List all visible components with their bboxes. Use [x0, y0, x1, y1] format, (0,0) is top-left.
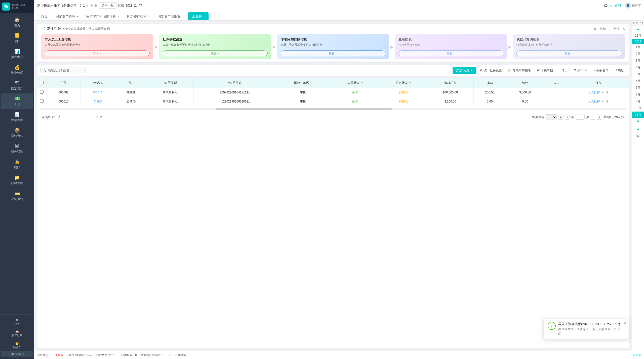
- panel-settings-icon[interactable]: ⚙: [636, 133, 641, 138]
- row1-name-link[interactable]: 徐泽华: [93, 90, 102, 94]
- last-page-button[interactable]: »: [597, 115, 602, 120]
- month-jan[interactable]: 1月: [632, 44, 644, 50]
- sidebar-item-guide[interactable]: 📖 新手引导: [1, 328, 33, 340]
- toast-close-button[interactable]: ×: [624, 321, 626, 325]
- row2-name-link[interactable]: 李俊杰: [93, 99, 102, 103]
- sidebar-item-funds[interactable]: 💰 资金管理: [1, 62, 33, 78]
- step1-button[interactable]: 导入＞: [45, 50, 150, 56]
- sidebar-item-close[interactable]: 🔒 结账: [1, 157, 33, 172]
- month-apr[interactable]: 4月: [632, 64, 644, 71]
- name-sort-icon[interactable]: ⇅: [101, 82, 103, 84]
- calendar-icon[interactable]: 📅: [138, 4, 143, 8]
- settings-header-icon[interactable]: ⚙: [94, 4, 97, 8]
- sidebar-item-archive[interactable]: 📁 归档管理: [1, 172, 33, 188]
- operate-dropdown-icon: ▼: [584, 69, 587, 72]
- row2-edit-icon[interactable]: ✏: [602, 99, 604, 103]
- month-sep[interactable]: 9月: [632, 98, 644, 105]
- horizontal-scrollbar[interactable]: [40, 108, 626, 110]
- row1-checkbox[interactable]: [40, 90, 44, 94]
- month-feb[interactable]: 2月: [632, 50, 644, 57]
- select-all-checkbox[interactable]: [40, 81, 44, 84]
- month-mar[interactable]: 3月: [632, 57, 644, 64]
- go-charge-link[interactable]: 去充值: [633, 353, 641, 357]
- step2-button[interactable]: 设置＞: [163, 50, 268, 56]
- prev-page-button[interactable]: ‹: [565, 115, 570, 120]
- tax-report-button[interactable]: 🏛 个税申报: [535, 67, 555, 74]
- tab-depreciation[interactable]: 固定资产折旧统计表 ×: [83, 12, 123, 20]
- unfix-button[interactable]: ◀取消固定: [1, 351, 33, 357]
- tab-fixed-detail[interactable]: 固定资产明细账 ×: [154, 12, 187, 20]
- row1-edit-icon[interactable]: ✏: [602, 90, 604, 94]
- first-page-button[interactable]: «: [558, 115, 564, 120]
- scroll-thumb[interactable]: [216, 108, 391, 110]
- scroll-up-button[interactable]: ▲: [635, 26, 641, 32]
- add-person-button[interactable]: 添加人员 ▼: [453, 67, 476, 74]
- month-aug[interactable]: 8月: [632, 91, 644, 98]
- deduction-button[interactable]: 📋 专项附加扣除: [506, 67, 533, 74]
- month-jul[interactable]: 7月: [632, 84, 644, 91]
- ai-consult-button[interactable]: 🎧 人工咨询: [604, 3, 621, 8]
- operate-button[interactable]: ⚙ 操作 ▼: [572, 67, 589, 74]
- tab-fixed-type[interactable]: 固定资产类别 ×: [123, 12, 153, 20]
- row2-emp-no: 000010: [46, 97, 81, 106]
- step4-number: 4: [499, 47, 504, 57]
- social-setting-button[interactable]: ⚙ 统一社保设置: [478, 67, 504, 74]
- sidebar-item-invoice[interactable]: 🧾 发票管理: [1, 109, 33, 125]
- reports-icon: 📊: [14, 49, 20, 54]
- row2-checkbox[interactable]: [40, 99, 44, 103]
- sidebar-item-tax[interactable]: 🏛 税务管理: [1, 141, 33, 156]
- row1-delete-icon[interactable]: 🗑: [606, 90, 609, 94]
- tab-home[interactable]: 首页: [37, 12, 51, 20]
- guide-button[interactable]: ? 新手引导: [591, 67, 610, 74]
- calendar-header[interactable]: 2023.11: [632, 21, 644, 26]
- refresh-button[interactable]: ↺ 刷新: [612, 67, 626, 74]
- row2-social-link[interactable]: 个人社保: [588, 99, 600, 103]
- step5-button[interactable]: 查看＞: [516, 50, 621, 56]
- guide-icon: 📖: [15, 330, 19, 333]
- help-label[interactable]: 帮助: [614, 27, 620, 31]
- export-button[interactable]: ↑ 导出: [557, 67, 570, 74]
- month-nov[interactable]: 11月: [632, 112, 644, 118]
- tab-close-fixed-detail[interactable]: ×: [182, 15, 184, 18]
- switch-version-button[interactable]: 切到旧版: [99, 2, 116, 9]
- sidebar-item-purchase[interactable]: 📦 进销台账: [1, 125, 33, 141]
- page-number-input[interactable]: [576, 115, 585, 120]
- tab-close-fixed-assets[interactable]: ×: [77, 15, 78, 18]
- search-input[interactable]: [48, 69, 83, 72]
- month-dec[interactable]: 12月: [632, 32, 644, 39]
- intro-close-button[interactable]: ×: [623, 27, 625, 31]
- sidebar-item-member[interactable]: 👑 畅会员: [1, 340, 33, 351]
- tab-close-fixed-type[interactable]: ×: [148, 15, 150, 18]
- tab-salary[interactable]: 工资表 ×: [188, 12, 209, 20]
- tab-close-depreciation[interactable]: ×: [117, 15, 119, 18]
- tab-fixed-assets[interactable]: 固定资产管理 ×: [52, 12, 82, 20]
- month-jun[interactable]: 6月: [632, 78, 644, 84]
- sidebar-item-ledger[interactable]: 📒 总账: [1, 30, 33, 46]
- tab-close-salary[interactable]: ×: [203, 15, 205, 18]
- social-icon: ⚙: [480, 69, 483, 72]
- add-account-icon[interactable]: +: [90, 3, 93, 8]
- video-label[interactable]: 视频: [600, 27, 606, 31]
- account-selector[interactable]: 刘小艳演示账套（勿删勿动！）1 ▼: [37, 3, 88, 8]
- sidebar-item-fixed[interactable]: 🏗 固定资产: [1, 78, 33, 93]
- scroll-down-button[interactable]: ▼: [635, 118, 641, 125]
- row1-social-link[interactable]: 个人社保: [588, 90, 600, 94]
- status-filter-icon[interactable]: ▼: [361, 82, 363, 84]
- user-info[interactable]: 👤 徐泽华: [625, 3, 641, 9]
- month-oct[interactable]: 10月: [632, 105, 644, 112]
- sidebar-item-settings[interactable]: ⚙️ 设置: [1, 317, 33, 328]
- sidebar-item-home[interactable]: 🏠 首页: [1, 15, 33, 30]
- next-page-button[interactable]: ›: [591, 115, 595, 120]
- panel-up-arrow[interactable]: ▲: [636, 127, 640, 131]
- per-page-select[interactable]: 10 20 50: [546, 114, 557, 120]
- sidebar-item-expense[interactable]: 💳 小畅报销: [1, 188, 33, 204]
- step3-button[interactable]: 查看＞: [281, 50, 386, 56]
- sidebar-item-close-label: 结账: [14, 165, 20, 170]
- step4-button[interactable]: 查看＞: [398, 50, 503, 56]
- sidebar-item-salary[interactable]: 💵 工资: [1, 93, 33, 109]
- report-filter-icon[interactable]: ▼: [409, 82, 411, 84]
- row1-operation: 个人社保 ✏ 🗑: [568, 88, 629, 97]
- row2-delete-icon[interactable]: 🗑: [606, 99, 609, 103]
- month-may[interactable]: 5月: [632, 71, 644, 78]
- sidebar-item-reports[interactable]: 📊 报表中心: [1, 46, 33, 62]
